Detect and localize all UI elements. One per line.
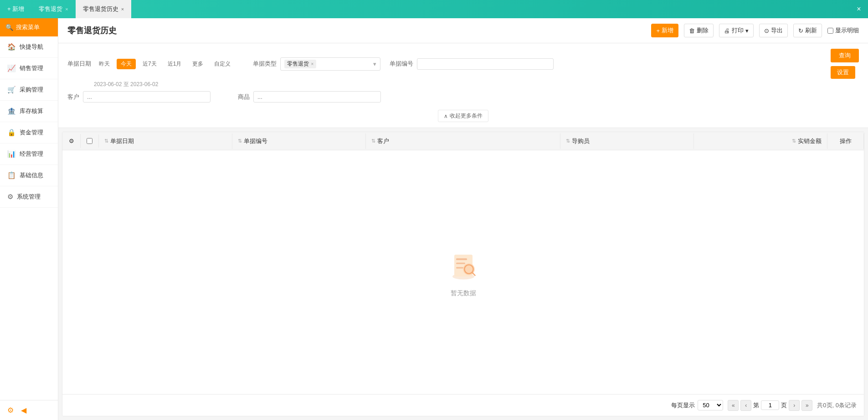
tab-retail-return-close[interactable]: × (65, 6, 68, 12)
date-btn-1month[interactable]: 近1月 (164, 59, 186, 69)
sidebar-nav: 🏠 快捷导航 📈 销售管理 🛒 采购管理 🏦 库存核算 🔒 资金管理 📊 (0, 36, 58, 400)
tab-retail-return-history[interactable]: 零售退货历史 × (76, 0, 131, 18)
svg-rect-3 (456, 262, 465, 264)
date-btn-7days[interactable]: 近7天 (139, 59, 161, 69)
settings-bottom-icon[interactable]: ⚙ (7, 406, 14, 415)
th-customer-label: 客户 (377, 137, 389, 145)
th-date[interactable]: ⇅ 单据日期 (99, 133, 232, 149)
th-guide[interactable]: ⇅ 导购员 (560, 133, 694, 149)
page-label: 第 (753, 401, 759, 410)
toolbar: + 新增 🗑 删除 🖨 打印 ▾ ⊙ 导出 ↻ 刷新 (651, 24, 859, 37)
tab-home[interactable]: + 新增 (0, 0, 31, 18)
sidebar-item-capital-mgmt-label: 资金管理 (20, 128, 43, 137)
show-detail-checkbox-label[interactable]: 显示明细 (827, 26, 859, 35)
date-btn-yesterday[interactable]: 昨天 (95, 59, 114, 69)
th-customer[interactable]: ⇅ 客户 (366, 133, 560, 149)
page-prev-button[interactable]: ‹ (740, 400, 751, 411)
no-filter-input[interactable] (417, 58, 554, 70)
empty-icon (445, 247, 482, 284)
sidebar-item-inventory-check[interactable]: 🏦 库存核算 (0, 101, 58, 122)
page-nav: « ‹ 第 页 › » (728, 400, 812, 411)
select-all-checkbox[interactable] (87, 138, 92, 144)
th-no-sort-icon: ⇅ (238, 138, 242, 144)
per-page-select[interactable]: 10 20 50 100 (698, 400, 723, 410)
table-header: ⚙ ⇅ 单据日期 ⇅ 单据编号 ⇅ 客户 ⇅ (62, 132, 864, 150)
export-icon: ⊙ (764, 27, 769, 34)
window-close-button[interactable]: × (850, 0, 868, 18)
sidebar-item-sales-mgmt[interactable]: 📈 销售管理 (0, 58, 58, 79)
topbar: + 新增 零售退货 × 零售退货历史 × × (0, 0, 868, 18)
collapse-filter-button[interactable]: ∧ 收起更多条件 (438, 110, 488, 122)
sidebar-item-operations-mgmt[interactable]: 📊 经营管理 (0, 143, 58, 165)
sidebar-item-purchase-mgmt-label: 采购管理 (20, 86, 43, 94)
filter-customer: 客户 (67, 91, 211, 102)
sidebar-item-operations-mgmt-label: 经营管理 (20, 150, 43, 158)
main-layout: 🔍 搜索菜单 🏠 快捷导航 📈 销售管理 🛒 采购管理 🏦 库存核算 🔒 (0, 18, 868, 420)
customer-filter-select[interactable] (83, 91, 211, 102)
th-settings[interactable]: ⚙ (62, 134, 81, 148)
th-amount[interactable]: ⇅ 实销金额 (694, 133, 827, 149)
sidebar-item-basic-info[interactable]: 📋 基础信息 (0, 165, 58, 186)
export-button[interactable]: ⊙ 导出 (759, 24, 788, 37)
add-icon: + (656, 27, 660, 34)
refresh-button[interactable]: ↻ 刷新 (793, 24, 822, 37)
sales-icon: 📈 (7, 64, 16, 72)
type-tag-close[interactable]: × (311, 61, 313, 67)
sidebar-item-purchase-mgmt[interactable]: 🛒 采购管理 (0, 79, 58, 101)
sidebar: 🔍 搜索菜单 🏠 快捷导航 📈 销售管理 🛒 采购管理 🏦 库存核算 🔒 (0, 18, 58, 420)
delete-button[interactable]: 🗑 删除 (684, 24, 714, 37)
print-label: 打印 (732, 26, 744, 35)
customer-filter-input[interactable] (87, 93, 178, 100)
page-size-select: 每页显示 10 20 50 100 (671, 400, 723, 410)
th-guide-label: 导购员 (572, 137, 590, 145)
table-settings-icon[interactable]: ⚙ (69, 138, 74, 144)
th-no[interactable]: ⇅ 单据编号 (232, 133, 366, 149)
sidebar-item-inventory-check-label: 库存核算 (20, 107, 43, 115)
sidebar-item-basic-info-label: 基础信息 (20, 171, 43, 179)
sidebar-item-quick-nav[interactable]: 🏠 快捷导航 (0, 36, 58, 58)
th-check[interactable] (81, 134, 99, 148)
collapse-sidebar-icon[interactable]: ◀ (21, 406, 26, 415)
add-button[interactable]: + 新增 (651, 24, 678, 37)
capital-icon: 🔒 (7, 128, 16, 137)
filter-row-1: 单据日期 昨天 今天 近7天 近1月 更多 自定义 单据类型 (67, 49, 859, 79)
filter-goods: 商品 (238, 91, 381, 102)
th-amount-sort-icon: ⇅ (792, 138, 796, 144)
tab-retail-return-history-close[interactable]: × (121, 6, 124, 12)
goods-filter-input[interactable] (257, 93, 349, 100)
date-btn-custom[interactable]: 自定义 (210, 59, 235, 69)
purchase-icon: 🛒 (7, 86, 16, 94)
table-area: ⚙ ⇅ 单据日期 ⇅ 单据编号 ⇅ 客户 ⇅ (62, 132, 864, 416)
empty-state: 暂无数据 (445, 247, 482, 297)
type-filter-select[interactable]: 零售退货 × ▾ (280, 57, 380, 71)
date-filter-label: 单据日期 (67, 60, 91, 68)
filter-row-2: 客户 商品 (67, 91, 859, 102)
search-icon: 🔍 (5, 24, 13, 31)
show-detail-checkbox[interactable] (827, 28, 833, 34)
page-total: 共0页, 0条记录 (817, 401, 857, 410)
page-first-button[interactable]: « (728, 400, 739, 411)
sidebar-item-capital-mgmt[interactable]: 🔒 资金管理 (0, 122, 58, 143)
settings-button[interactable]: 设置 (831, 66, 855, 79)
page-input[interactable] (761, 400, 779, 410)
page-last-button[interactable]: » (801, 400, 812, 411)
th-operation-label: 操作 (840, 137, 852, 145)
filter-date: 单据日期 昨天 今天 近7天 近1月 更多 自定义 (67, 59, 235, 69)
date-btn-today[interactable]: 今天 (117, 59, 136, 69)
empty-text: 暂无数据 (451, 289, 476, 297)
collapse-icon: ∧ (444, 113, 448, 119)
refresh-icon: ↻ (798, 27, 803, 34)
print-button[interactable]: 🖨 打印 ▾ (719, 24, 754, 37)
sidebar-item-sales-mgmt-label: 销售管理 (20, 64, 43, 72)
filter-no: 单据编号 (390, 58, 822, 70)
query-button[interactable]: 查询 (831, 49, 859, 62)
svg-rect-2 (456, 258, 467, 260)
goods-filter-select[interactable] (253, 91, 381, 102)
tab-retail-return[interactable]: 零售退货 × (31, 0, 75, 18)
page-next-button[interactable]: › (789, 400, 800, 411)
sidebar-item-system-mgmt[interactable]: ⚙ 系统管理 (0, 186, 58, 208)
search-menu-button[interactable]: 🔍 搜索菜单 (0, 18, 58, 36)
operations-icon: 📊 (7, 150, 16, 158)
refresh-label: 刷新 (805, 26, 817, 35)
date-btn-more[interactable]: 更多 (188, 59, 207, 69)
